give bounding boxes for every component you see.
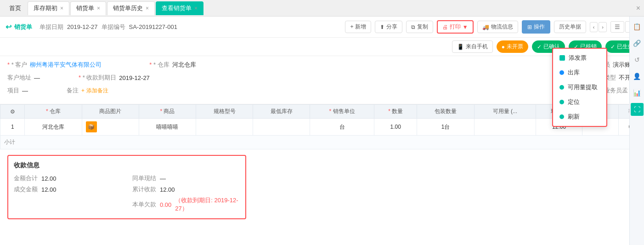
payment-date-value: 2019-12-27 <box>119 74 150 81</box>
sidebar-icon-5[interactable]: 📊 <box>631 86 644 99</box>
window-close-icon[interactable]: × <box>636 4 640 12</box>
same-order-label: 同单现结 <box>132 174 156 182</box>
not-open-status[interactable]: ● 未开票 <box>497 40 528 53</box>
refresh-label: 刷新 <box>568 113 580 121</box>
tab-view-sales[interactable]: 查看销货单 × <box>156 1 203 15</box>
product-table: ⚙ 仓库 商品图片 商品 规格型号 最低库存 销售单位 数量 包装数量 可用量 … <box>0 104 644 149</box>
project-field: 项目 — <box>7 86 28 95</box>
add-invoice-label: 添发票 <box>569 54 587 62</box>
same-order-value: — <box>160 175 166 182</box>
ops-dropdown: 添发票 出库 可用量提取 定位 刷新 <box>552 48 607 127</box>
print-icon: 🖨 <box>442 24 448 30</box>
doc-no-label: 单据编号 <box>102 23 125 31</box>
tab-sales-close[interactable]: × <box>97 5 100 11</box>
ops-button[interactable]: ⊞ 操作 <box>522 20 550 34</box>
warehouse-label: * 仓库 <box>149 61 169 69</box>
copy-icon: ⧉ <box>411 24 415 30</box>
print-dropdown-icon: ▼ <box>463 24 468 30</box>
row-qty: 1.00 <box>374 119 417 136</box>
share-label: 分享 <box>386 23 397 31</box>
outbound-icon <box>559 70 564 75</box>
project-value: — <box>22 87 28 94</box>
logistics-button[interactable]: 🚚 物流信息 <box>477 21 518 33</box>
address-label: 客户地址 <box>7 74 31 82</box>
col-gear[interactable]: ⚙ <box>0 105 25 119</box>
payment-date-field: * 收款到期日 2019-12-27 <box>79 74 150 82</box>
warehouse-field: * 仓库 河北仓库 <box>149 61 196 69</box>
amount-label: 金额合计 <box>14 174 38 182</box>
refresh-icon <box>559 114 564 119</box>
tab-sales-label: 销货单 <box>76 4 94 12</box>
owed-value: 0.00 <box>160 201 171 208</box>
tab-sales-history[interactable]: 销货单历史 × <box>107 1 155 15</box>
dropdown-refresh[interactable]: 刷新 <box>553 109 606 124</box>
tab-inventory-close[interactable]: × <box>60 5 63 11</box>
locate-label: 定位 <box>568 98 580 106</box>
amount-row: 金额合计 12.00 <box>14 174 121 182</box>
copy-label: 复制 <box>417 23 428 31</box>
customer-field: * 客户 柳州粤港平安气体有限公司 <box>7 61 102 69</box>
col-available: 可用量 (... <box>474 105 536 119</box>
sidebar-icon-3[interactable]: ↺ <box>631 53 644 66</box>
payment-section: 收款信息 金额合计 12.00 同单现结 — 成交金额 12.00 累计收款 1… <box>7 155 246 219</box>
col-pkg-qty: 包装数量 <box>417 105 474 119</box>
add-note-button[interactable]: + 添加备注 <box>81 87 108 95</box>
dropdown-outbound[interactable]: 出库 <box>553 65 606 80</box>
cumulative-value: 12.00 <box>160 186 175 193</box>
doc-no-value: SA-20191227-001 <box>129 23 178 30</box>
payment-date-label: * 收款到期日 <box>79 74 116 82</box>
row-pkg-qty: 1台 <box>417 119 474 136</box>
available-icon <box>559 85 564 90</box>
confirmed-icon: ✓ <box>537 44 542 50</box>
add-note-icon: + <box>81 87 85 94</box>
dropdown-available[interactable]: 可用量提取 <box>553 80 606 95</box>
form-row-3: 项目 — 备注 + 添加备注 * 业务员孟 — <box>7 86 637 95</box>
form-row-2: 客户地址 — * 收款到期日 2019-12-27 * 票据类型 不开票 <box>7 74 637 82</box>
dropdown-add-invoice[interactable]: 添发票 <box>553 51 606 65</box>
mobile-icon: 📱 <box>457 44 464 50</box>
print-label: 打印 <box>450 23 461 31</box>
doc-title-label: 销货单 <box>14 23 32 31</box>
main-content: ↩ 销货单 单据日期 2019-12-27 单据编号 SA-20191227-0… <box>0 17 644 245</box>
customer-value[interactable]: 柳州粤港平安气体有限公司 <box>30 61 102 69</box>
tab-sales[interactable]: 销货单 × <box>70 1 106 15</box>
print-button[interactable]: 🖨 打印 ▼ <box>437 20 474 34</box>
prev-button[interactable]: ‹ <box>590 22 598 32</box>
mobile-status[interactable]: 📱 来自手机 <box>452 40 493 53</box>
row-image: 📦 <box>82 119 139 136</box>
tab-view-sales-close[interactable]: × <box>194 5 198 11</box>
add-note-label: 添加备注 <box>86 87 108 95</box>
sidebar-icon-4[interactable]: 👤 <box>631 70 644 83</box>
copy-button[interactable]: ⧉ 复制 <box>406 21 433 33</box>
ops-label: 操作 <box>534 23 545 31</box>
not-open-label: 未开票 <box>507 43 523 51</box>
sidebar-icon-1[interactable]: 📋 <box>631 20 644 33</box>
project-label: 项目 <box>7 86 19 95</box>
next-button[interactable]: › <box>599 22 607 32</box>
date-value: 2019-12-27 <box>67 23 98 30</box>
doc-meta: 单据日期 2019-12-27 单据编号 SA-20191227-001 <box>40 23 177 31</box>
tab-inventory[interactable]: 库存期初 × <box>28 1 69 15</box>
list-view-button[interactable]: ☰ <box>610 21 624 33</box>
row-min-stock <box>253 119 310 136</box>
col-image: 商品图片 <box>82 105 139 119</box>
row-spec <box>196 119 253 136</box>
sidebar-icon-2[interactable]: 🔗 <box>631 37 644 50</box>
status-bar: 📱 来自手机 ● 未开票 ✓ 已确认 ✓ 已核销 ✓ 已生效 <box>0 38 644 56</box>
table-row: 1 河北仓库 📦 嘻嘻嘻嘻 台 1.00 1台 12.00 <box>0 119 644 136</box>
tab-home[interactable]: 首页 <box>4 1 27 15</box>
address-field: 客户地址 — <box>7 74 40 82</box>
new-button[interactable]: + 新增 <box>345 21 371 33</box>
history-button[interactable]: 历史单据 <box>554 21 586 33</box>
sidebar-icon-expand[interactable]: ⛶ <box>631 103 644 116</box>
dropdown-locate[interactable]: 定位 <box>553 95 606 109</box>
form-row-1: * 客户 柳州粤港平安气体有限公司 * 仓库 河北仓库 业务员 演示账号 <box>7 61 637 69</box>
doc-title-icon: ↩ <box>6 23 11 31</box>
right-sidebar: 📋 🔗 ↺ 👤 📊 ⛶ <box>629 17 644 245</box>
tab-view-sales-label: 查看销货单 <box>162 4 192 12</box>
tab-sales-history-close[interactable]: × <box>146 5 149 11</box>
share-button[interactable]: ⬆ 分享 <box>375 21 402 33</box>
cumulative-label: 累计收款 <box>132 185 156 194</box>
outbound-label: 出库 <box>568 68 580 77</box>
col-qty: 数量 <box>374 105 417 119</box>
